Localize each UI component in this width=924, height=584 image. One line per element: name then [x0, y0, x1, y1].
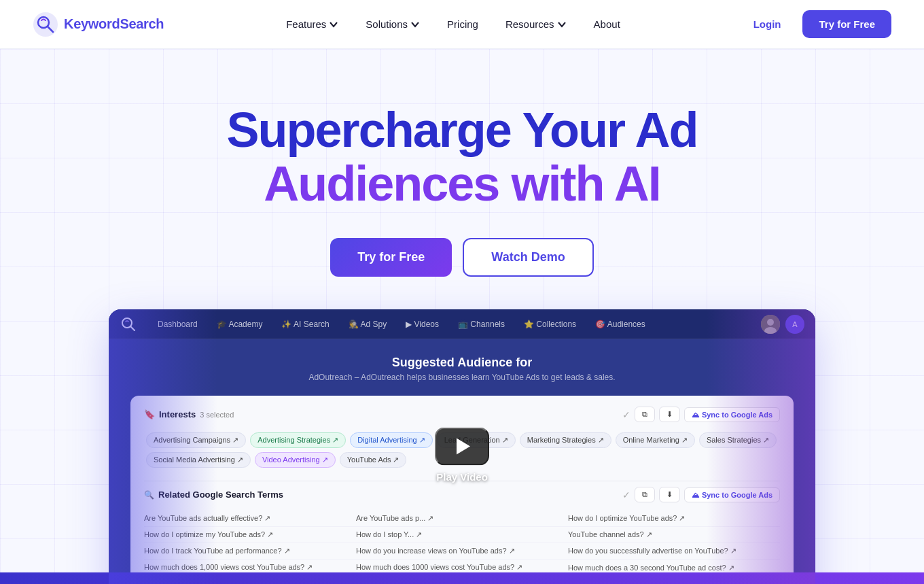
- app-avatar-2: A: [785, 315, 804, 334]
- login-button[interactable]: Login: [743, 13, 792, 35]
- related-header: 🔍 Related Google Search Terms ✓ ⧉ ⬇ ⛰ Sy…: [144, 487, 780, 502]
- svg-line-4: [130, 326, 135, 330]
- query-row: How do I track YouTube ad performance? ↗: [144, 543, 356, 560]
- solutions-chevron-icon: [410, 20, 420, 29]
- hero-section: Supercharge Your Ad Audiences with AI Tr…: [0, 49, 924, 584]
- app-nav-channels[interactable]: 📺 Channels: [448, 309, 514, 339]
- related-title: 🔍 Related Google Search Terms: [144, 489, 283, 500]
- tag-online-marketing[interactable]: Online Marketing ↗: [616, 432, 695, 448]
- play-triangle-icon: [457, 438, 470, 454]
- main-nav: Features Solutions Pricing Resources Abo…: [275, 13, 631, 35]
- interests-sync-btn[interactable]: ⛰ Sync to Google Ads: [684, 407, 780, 422]
- resources-chevron-icon: [557, 20, 567, 29]
- hero-watch-demo-button[interactable]: Watch Demo: [463, 238, 593, 277]
- app-suggested-subheading: AdOutreach – AdOutreach helps businesses…: [130, 373, 794, 382]
- navbar: KeywordSearch Features Solutions Pricing…: [0, 0, 924, 49]
- tag-sales-strategies[interactable]: Sales Strategies ↗: [699, 432, 777, 448]
- query-row: YouTube channel ads? ↗: [568, 527, 780, 543]
- interests-title: 🔖 Interests 3 selected: [144, 409, 234, 419]
- app-avatar-1: [761, 315, 780, 334]
- query-row: How do you successfully advertise on You…: [568, 543, 780, 560]
- related-sync-btn[interactable]: ⛰ Sync to Google Ads: [684, 487, 780, 502]
- app-nav-right: A: [761, 315, 804, 334]
- related-section: 🔍 Related Google Search Terms ✓ ⧉ ⬇ ⛰ Sy…: [144, 487, 780, 576]
- nav-item-features[interactable]: Features: [275, 13, 349, 35]
- hero-buttons: Try for Free Watch Demo: [16, 238, 908, 277]
- svg-point-0: [33, 12, 58, 37]
- app-suggested-heading: Suggested Audience for: [130, 356, 794, 370]
- nav-item-solutions[interactable]: Solutions: [355, 13, 431, 35]
- related-actions: ✓ ⧉ ⬇ ⛰ Sync to Google Ads: [622, 487, 780, 502]
- query-row: How do you increase views on YouTube ads…: [356, 543, 568, 560]
- tag-youtube-ads[interactable]: YouTube Ads ↗: [340, 452, 407, 468]
- query-row: How do I optimize YouTube ads? ↗: [568, 511, 780, 527]
- app-nav-dashboard[interactable]: Dashboard: [148, 309, 207, 339]
- solutions-nav-link[interactable]: Solutions: [355, 13, 431, 35]
- svg-point-6: [767, 319, 774, 326]
- app-nav-academy[interactable]: 🎓 Academy: [207, 309, 272, 339]
- features-chevron-icon: [329, 20, 338, 29]
- query-row: Are YouTube ads p... ↗: [356, 511, 568, 527]
- interests-download-btn[interactable]: ⬇: [659, 407, 680, 422]
- navbar-actions: Login Try for Free: [743, 10, 891, 38]
- app-nav-ad-spy[interactable]: 🕵️ Ad Spy: [339, 309, 396, 339]
- nav-item-resources[interactable]: Resources: [495, 13, 578, 35]
- tag-advertising-strategies[interactable]: Advertising Strategies ↗: [250, 432, 346, 448]
- query-row: How do I optimize my YouTube ads? ↗: [144, 527, 356, 543]
- interests-actions: ✓ ⧉ ⬇ ⛰ Sync to Google Ads: [622, 407, 780, 422]
- bottom-gradient-bar: [0, 572, 924, 584]
- interests-header: 🔖 Interests 3 selected ✓ ⧉ ⬇ ⛰ Sync to G…: [144, 407, 780, 422]
- tag-marketing-strategies[interactable]: Marketing Strategies ↗: [520, 432, 611, 448]
- logo-text: KeywordSearch: [64, 16, 164, 32]
- resources-nav-link[interactable]: Resources: [495, 13, 578, 35]
- play-video-label: Play Video: [436, 470, 488, 482]
- related-download-btn[interactable]: ⬇: [659, 487, 680, 502]
- tag-social-media-advertising[interactable]: Social Media Advertising ↗: [146, 452, 251, 468]
- app-nav-ai-search[interactable]: ✨ AI Search: [272, 309, 338, 339]
- query-row: Are YouTube ads actually effective? ↗: [144, 511, 356, 527]
- about-nav-link[interactable]: About: [583, 13, 631, 35]
- related-copy-btn[interactable]: ⧉: [635, 487, 655, 502]
- app-nav-collections[interactable]: ⭐ Collections: [514, 309, 586, 339]
- tag-advertising-campaigns[interactable]: Advertising Campaigns ↗: [146, 432, 246, 448]
- logo-icon: [33, 12, 58, 37]
- logo[interactable]: KeywordSearch: [33, 12, 164, 37]
- app-nav-audiences[interactable]: 🎯 Audiences: [586, 309, 655, 339]
- nav-item-about[interactable]: About: [583, 13, 631, 35]
- hero-try-free-button[interactable]: Try for Free: [330, 238, 452, 277]
- play-video-overlay: Play Video: [435, 427, 489, 482]
- app-nav-videos[interactable]: ▶ Videos: [396, 309, 448, 339]
- hero-title: Supercharge Your Ad Audiences with AI: [156, 103, 768, 211]
- app-card: 🔖 Interests 3 selected ✓ ⧉ ⬇ ⛰ Sync to G…: [130, 396, 794, 584]
- features-nav-link[interactable]: Features: [275, 13, 349, 35]
- related-queries: Are YouTube ads actually effective? ↗ Ar…: [144, 511, 780, 576]
- query-row: How do I stop Y... ↗: [356, 527, 568, 543]
- app-navbar: Dashboard 🎓 Academy ✨ AI Search 🕵️ Ad Sp…: [109, 309, 815, 339]
- nav-item-pricing[interactable]: Pricing: [436, 13, 489, 35]
- pricing-nav-link[interactable]: Pricing: [436, 13, 489, 35]
- play-video-button[interactable]: [435, 427, 489, 465]
- app-logo-icon: [120, 315, 137, 333]
- tag-video-advertising[interactable]: Video Advertising ↗: [255, 452, 336, 468]
- app-preview: Dashboard 🎓 Academy ✨ AI Search 🕵️ Ad Sp…: [109, 309, 815, 584]
- tag-digital-advertising[interactable]: Digital Advertising ↗: [350, 432, 433, 448]
- interests-copy-btn[interactable]: ⧉: [635, 407, 655, 422]
- try-free-button[interactable]: Try for Free: [802, 10, 891, 38]
